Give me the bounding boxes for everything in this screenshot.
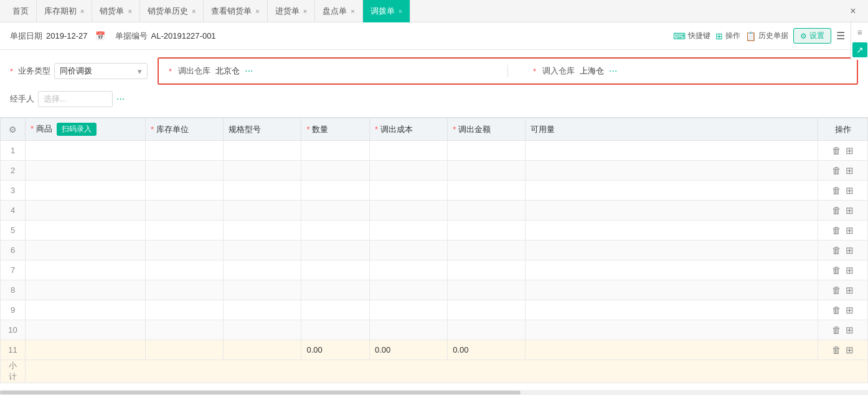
cell-spec[interactable] [224,161,301,181]
tab-home[interactable]: 首页 [5,0,37,22]
cell-amount[interactable] [448,240,526,260]
cell-cost[interactable] [369,320,447,340]
person-select[interactable]: 选择... [38,91,113,107]
cell-quantity[interactable] [301,141,370,161]
table-container[interactable]: ⚙ * 商品 扫码录入 * 库存单位 规格型号 [0,117,868,390]
cell-available[interactable] [526,300,818,320]
tab-purchase-order[interactable]: 进货单 × [268,0,315,22]
cell-available[interactable] [526,240,818,260]
cell-unit[interactable] [146,161,224,181]
cell-cost[interactable] [369,201,447,221]
copy-row-button[interactable]: ⊞ [846,165,854,176]
delete-row-button[interactable]: 🗑 [832,165,841,176]
cell-unit[interactable] [146,240,224,260]
cell-product[interactable] [26,221,146,240]
subtotal-product-cell[interactable] [26,340,146,360]
tab-transfer[interactable]: 调拨单 × [363,0,410,22]
biz-type-select[interactable]: 同价调拨 ▾ [54,63,148,79]
cell-spec[interactable] [224,240,301,260]
subtotal-spec-cell[interactable] [224,340,301,360]
cell-available[interactable] [526,181,818,201]
cell-amount[interactable] [448,280,526,300]
cell-spec[interactable] [224,141,301,161]
cell-product[interactable] [26,240,146,260]
delete-row-button[interactable]: 🗑 [832,145,841,156]
copy-row-button[interactable]: ⊞ [846,345,854,356]
cell-amount[interactable] [448,221,526,240]
cell-cost[interactable] [369,260,447,280]
target-warehouse-more-icon[interactable]: ··· [609,65,617,77]
delete-row-button[interactable]: 🗑 [832,345,841,355]
cell-amount[interactable] [448,300,526,320]
cell-spec[interactable] [224,320,301,340]
cell-product[interactable] [26,280,146,300]
cell-cost[interactable] [369,141,447,161]
cell-quantity[interactable] [301,181,370,201]
delete-row-button[interactable]: 🗑 [832,285,841,295]
delete-row-button[interactable]: 🗑 [832,225,841,236]
cell-unit[interactable] [146,300,224,320]
cell-available[interactable] [526,141,818,161]
cell-spec[interactable] [224,201,301,221]
copy-row-button[interactable]: ⊞ [846,205,854,216]
cell-amount[interactable] [448,201,526,221]
window-close-button[interactable]: × [843,1,863,21]
tab-inventory-check[interactable]: 盘点单 × [315,0,362,22]
cell-unit[interactable] [146,181,224,201]
tab-close-inventory-check[interactable]: × [351,7,354,15]
cell-amount[interactable] [448,260,526,280]
cell-quantity[interactable] [301,161,370,181]
cell-product[interactable] [26,141,146,161]
tab-view-sales[interactable]: 查看销货单 × [204,0,267,22]
cell-cost[interactable] [369,181,447,201]
cell-quantity[interactable] [301,300,370,320]
cell-available[interactable] [526,280,818,300]
cell-amount[interactable] [448,181,526,201]
copy-row-button[interactable]: ⊞ [846,145,854,156]
cell-spec[interactable] [224,300,301,320]
right-panel-list-btn[interactable]: ≡ [852,25,867,40]
source-warehouse-more-icon[interactable]: ··· [245,65,253,77]
cell-available[interactable] [526,260,818,280]
copy-row-button[interactable]: ⊞ [846,185,854,196]
cell-quantity[interactable] [301,201,370,221]
horizontal-scrollbar[interactable] [0,390,868,395]
table-gear-icon[interactable]: ⚙ [9,125,17,135]
col-settings[interactable]: ⚙ [1,118,26,141]
cell-available[interactable] [526,320,818,340]
delete-row-button[interactable]: 🗑 [832,185,841,196]
copy-row-button[interactable]: ⊞ [846,265,854,276]
tab-close-inventory-init[interactable]: × [80,7,84,15]
cell-cost[interactable] [369,221,447,240]
scan-button[interactable]: 扫码录入 [57,123,97,136]
tab-close-transfer[interactable]: × [399,7,402,15]
right-panel-export-btn[interactable]: ↗ [852,42,867,57]
cell-cost[interactable] [369,280,447,300]
cell-product[interactable] [26,181,146,201]
cell-product[interactable] [26,161,146,181]
tab-sales-order[interactable]: 销货单 × [92,0,139,22]
cell-cost[interactable] [369,161,447,181]
cell-product[interactable] [26,300,146,320]
cell-unit[interactable] [146,141,224,161]
shortcut-button[interactable]: ⌨ 快捷键 [673,31,710,41]
operations-button[interactable]: ⊞ 操作 [715,31,740,41]
settings-button[interactable]: ⚙ 设置 [793,28,831,44]
cell-amount[interactable] [448,320,526,340]
tab-sales-history[interactable]: 销货单历史 × [140,0,204,22]
cell-available[interactable] [526,161,818,181]
cell-cost[interactable] [369,240,447,260]
history-button[interactable]: 📋 历史单据 [745,31,788,41]
tab-close-view-sales[interactable]: × [255,7,259,15]
cell-amount[interactable] [448,161,526,181]
copy-row-button[interactable]: ⊞ [846,245,854,256]
cell-available[interactable] [526,221,818,240]
delete-row-button[interactable]: 🗑 [832,325,841,335]
cell-spec[interactable] [224,221,301,240]
list-view-button[interactable]: ☰ [836,30,845,42]
delete-row-button[interactable]: 🗑 [832,305,841,315]
delete-row-button[interactable]: 🗑 [832,265,841,275]
copy-row-button[interactable]: ⊞ [846,305,854,316]
cell-quantity[interactable] [301,240,370,260]
cell-cost[interactable] [369,300,447,320]
